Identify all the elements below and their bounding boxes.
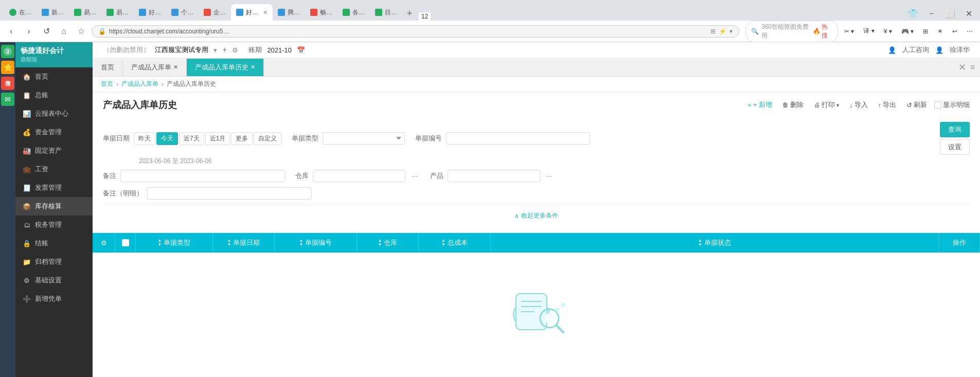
th-status[interactable]: ▲▼ 单据状态: [491, 233, 939, 253]
undo-tool[interactable]: ↩: [949, 26, 960, 37]
print-button[interactable]: 🖨 打印 ▾: [811, 98, 842, 112]
smart-search-box[interactable]: 🔍 360智能抠图免费用 🔥 热搜: [745, 21, 838, 42]
add-company-button[interactable]: +: [222, 45, 227, 55]
th-checkbox-box[interactable]: [122, 239, 129, 246]
360-app-icon[interactable]: 3: [1, 45, 14, 58]
delete-button[interactable]: 🗑 删除: [779, 98, 807, 112]
forward-button[interactable]: ›: [22, 24, 36, 39]
yuan-tool[interactable]: ¥ ▾: [881, 26, 895, 37]
gear-table-icon: ⚙: [101, 239, 107, 247]
settings-button[interactable]: 设置: [940, 139, 970, 155]
tab-8-active[interactable]: 好… ✕: [231, 4, 273, 21]
th-num[interactable]: ▲▼ 单据编号: [275, 233, 357, 253]
th-cost[interactable]: ▲▼ 总成本: [419, 233, 491, 253]
minimize-button[interactable]: －: [924, 6, 939, 21]
sidebar-item-inventory[interactable]: 📦 库存核算: [15, 197, 93, 216]
translate-tool[interactable]: 译 ▾: [860, 25, 877, 37]
detail-note-filter-input[interactable]: [147, 187, 312, 200]
home-browser-button[interactable]: ⌂: [57, 24, 71, 39]
new-tab-button[interactable]: +: [402, 6, 417, 21]
sidebar-item-new-voucher[interactable]: ➕ 新增凭单: [15, 290, 93, 308]
sidebar-item-report-center[interactable]: 📊 云报表中心: [15, 104, 93, 123]
sidebar-item-fund-mgmt[interactable]: 💰 资金管理: [15, 123, 93, 141]
more-panel-icon[interactable]: ≡: [970, 63, 975, 72]
shirt-icon[interactable]: 👕: [906, 6, 920, 21]
maximize-button[interactable]: ⬜: [943, 6, 957, 21]
email-app-icon[interactable]: ✉: [1, 93, 14, 106]
th-gear[interactable]: ⚙: [93, 233, 115, 253]
ai-consultant-label[interactable]: 人工咨询: [902, 45, 929, 55]
game-tool[interactable]: 🎮 ▾: [898, 26, 917, 37]
scissors-tool[interactable]: ✂ ▾: [841, 26, 857, 37]
tab-3[interactable]: 易…: [69, 4, 101, 21]
tab-9[interactable]: 腾…: [273, 4, 305, 21]
collapse-button[interactable]: ∧ 收起更多条件: [508, 209, 564, 222]
close-window-button[interactable]: ✕: [961, 6, 976, 21]
breadcrumb-home[interactable]: 首页: [101, 80, 113, 88]
tab-home[interactable]: 首页: [93, 59, 123, 76]
close-panel-icon[interactable]: ✕: [958, 62, 966, 73]
date-btn-yesterday[interactable]: 昨天: [134, 132, 155, 145]
tab-6[interactable]: 个…: [166, 4, 199, 21]
show-detail-check-box[interactable]: [934, 101, 941, 109]
product-dots-button[interactable]: ···: [544, 172, 555, 180]
warehouse-dots-button[interactable]: ···: [409, 172, 420, 180]
date-btn-today[interactable]: 今天: [156, 132, 178, 145]
user-label[interactable]: 徐泽华: [950, 45, 970, 55]
sidebar-item-archive-mgmt[interactable]: 📁 归档管理: [15, 253, 93, 271]
star-app-icon[interactable]: ⭐: [1, 61, 14, 74]
tab-inventory-list-close-icon[interactable]: ✕: [173, 64, 178, 70]
tab-inventory-history-close-icon[interactable]: ✕: [251, 64, 255, 70]
sidebar-item-payroll[interactable]: 💼 工资: [15, 160, 93, 178]
more-tool[interactable]: ⋯: [964, 26, 976, 37]
query-button[interactable]: 查询: [940, 122, 970, 137]
calendar-icon[interactable]: 📅: [297, 46, 305, 54]
product-filter-input[interactable]: [448, 170, 540, 182]
sidebar-item-home[interactable]: 🏠 首页: [15, 67, 93, 86]
num-filter-input[interactable]: [446, 132, 590, 145]
tab-8-close-icon[interactable]: ✕: [263, 9, 268, 16]
tab-11[interactable]: 各…: [337, 4, 370, 21]
date-btn-custom[interactable]: 自定义: [254, 132, 281, 145]
export-button[interactable]: ↑ 导出: [875, 98, 900, 112]
tab-inventory-history[interactable]: 产成品入库单历史 ✕: [187, 59, 264, 76]
warehouse-filter-input[interactable]: [313, 170, 405, 182]
refresh-button[interactable]: ↺ 刷新: [903, 98, 930, 112]
sidebar-item-close-accounts[interactable]: 🔒 结账: [15, 234, 93, 253]
company-dropdown-icon[interactable]: ▾: [213, 46, 217, 54]
date-btn-7days[interactable]: 近7天: [179, 132, 204, 145]
back-button[interactable]: ‹: [4, 24, 19, 39]
tab-2[interactable]: 新…: [37, 4, 69, 21]
th-date[interactable]: ▲▼ 单据日期: [213, 233, 275, 253]
brightness-tool[interactable]: ☀: [934, 26, 946, 37]
date-btn-more[interactable]: 更多: [231, 132, 253, 145]
date-btn-1month[interactable]: 近1月: [205, 132, 230, 145]
import-button[interactable]: ↓ 导入: [846, 98, 871, 112]
tab-1[interactable]: 在…: [4, 4, 37, 21]
type-filter-select[interactable]: [323, 132, 405, 145]
url-bar[interactable]: 🔒 https://cloud.chanjet.com/accounting/u…: [92, 25, 739, 38]
settings-company-icon[interactable]: ⚙: [232, 46, 238, 54]
show-detail-checkbox[interactable]: 显示明细: [934, 100, 970, 110]
bookmark-button[interactable]: ☆: [74, 24, 88, 39]
sidebar-item-tax-mgmt[interactable]: 🗂 税务管理: [15, 216, 93, 234]
th-warehouse[interactable]: ▲▼ 仓库: [357, 233, 419, 253]
grid-view-tool[interactable]: ⊞: [920, 26, 931, 37]
tab-4[interactable]: 易…: [101, 4, 134, 21]
sidebar-item-invoice-mgmt[interactable]: 🧾 发票管理: [15, 178, 93, 197]
breadcrumb-inventory-list[interactable]: 产成品入库单: [121, 80, 158, 88]
th-type[interactable]: ▲▼ 单据类型: [136, 233, 213, 253]
sidebar-item-general-ledger[interactable]: 📋 总账: [15, 86, 93, 104]
sidebar-item-fixed-assets[interactable]: 🏭 固定资产: [15, 141, 93, 160]
refresh-browser-button[interactable]: ↺: [39, 24, 54, 39]
note-filter-input[interactable]: [120, 170, 285, 182]
sidebar-item-basic-settings[interactable]: ⚙ 基础设置: [15, 271, 93, 290]
add-button[interactable]: + + 新增: [744, 98, 775, 112]
tab-12[interactable]: 目…: [370, 4, 402, 21]
tab-10[interactable]: 畅…: [305, 4, 337, 21]
weibo-app-icon[interactable]: 微: [1, 77, 14, 90]
tab-inventory-list[interactable]: 产成品入库单 ✕: [123, 59, 187, 76]
tab-7[interactable]: 企…: [199, 4, 231, 21]
th-checkbox[interactable]: [115, 233, 136, 253]
tab-5[interactable]: 好…: [134, 4, 166, 21]
